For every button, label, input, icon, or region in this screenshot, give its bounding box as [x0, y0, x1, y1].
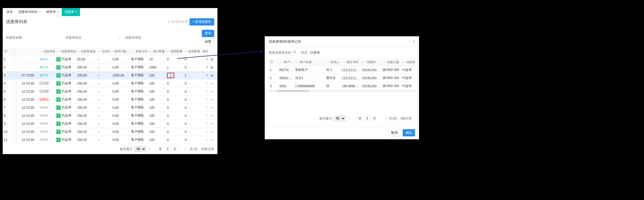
- sort-icon[interactable]: ▲▼: [148, 51, 152, 52]
- filter-status-select[interactable]: ⌄: [83, 36, 121, 40]
- qr-icon[interactable]: ⊞: [210, 57, 213, 61]
- table-row[interactable]: 614 23:59已终止代代金券150.00--0.00客户领取10000↗⊞: [3, 96, 217, 104]
- gear-icon[interactable]: [4, 49, 8, 53]
- sort-icon[interactable]: ▲▼: [56, 51, 61, 52]
- last-page-button[interactable]: ⇥: [183, 147, 188, 151]
- table-row[interactable]: 1014 23:59待发布代代金券150.00--0.00客户领取10000↗⊞: [3, 128, 217, 136]
- gear-icon[interactable]: [270, 60, 274, 64]
- qr-icon[interactable]: ⊞: [210, 74, 213, 77]
- sort-icon[interactable]: ▲▼: [166, 51, 170, 52]
- tab-优惠券详情页[interactable]: 优惠券详情页✕: [16, 8, 43, 16]
- share-icon[interactable]: ↗: [206, 114, 208, 118]
- qr-icon[interactable]: ⊞: [210, 114, 213, 118]
- share-icon[interactable]: ↗: [206, 122, 208, 126]
- search-icon[interactable]: [293, 50, 297, 55]
- page-input[interactable]: [164, 146, 172, 152]
- table-row[interactable]: 814 23:59待发布代代金券150.00--0.00客户领取10000↗⊞: [3, 112, 217, 120]
- qr-icon[interactable]: ⊞: [210, 98, 213, 101]
- share-icon[interactable]: ↗: [206, 138, 208, 142]
- table-row[interactable]: 307 23:59执行中代代金券200.00--1000.00客户领取10031…: [3, 71, 217, 79]
- row-checkbox[interactable]: [13, 138, 17, 141]
- horizontal-scrollbar[interactable]: [269, 90, 415, 92]
- close-icon[interactable]: ✕: [39, 10, 41, 13]
- row-checkbox[interactable]: [13, 65, 17, 68]
- table-row[interactable]: 1待执行代代金券50.00--0.00客户领取1000↗⊞: [3, 55, 217, 63]
- close-icon[interactable]: ✕: [57, 10, 59, 13]
- tab-优惠券[interactable]: 优惠券✕: [62, 8, 80, 16]
- share-icon[interactable]: ↗: [206, 74, 208, 77]
- row-checkbox[interactable]: [13, 73, 17, 77]
- sort-icon[interactable]: ▲▼: [326, 61, 330, 63]
- qr-icon[interactable]: ⊞: [210, 82, 213, 85]
- sort-icon[interactable]: ▲▼: [111, 51, 114, 52]
- sort-icon[interactable]: ▲▼: [382, 61, 387, 63]
- sort-icon[interactable]: ▲▼: [279, 61, 284, 63]
- table-row[interactable]: 1114 23:59待发布代代金券150.00--0.00客户领取10000↗⊞: [3, 136, 217, 144]
- table-row[interactable]: 3000117666666666张156 6666 ...2019120070.…: [269, 82, 415, 90]
- row-checkbox[interactable]: [13, 97, 17, 101]
- share-icon[interactable]: ↗: [206, 106, 208, 110]
- share-icon[interactable]: ↗: [206, 98, 208, 101]
- claim-count-link[interactable]: 1: [167, 66, 169, 69]
- first-page-button[interactable]: ⇤: [347, 117, 352, 120]
- close-icon[interactable]: ✕: [412, 40, 415, 43]
- sort-icon[interactable]: ▲▼: [76, 51, 80, 52]
- modal-search-input[interactable]: [269, 51, 293, 54]
- qr-icon[interactable]: ⊞: [210, 90, 213, 93]
- next-page-button[interactable]: ›: [178, 147, 181, 151]
- cancel-button[interactable]: 取消: [388, 129, 401, 136]
- row-checkbox[interactable]: [13, 114, 17, 117]
- next-page-button[interactable]: ›: [378, 117, 381, 120]
- row-checkbox[interactable]: [13, 122, 17, 125]
- table-row[interactable]: 1RETAIL...零散客户张三111111111112019120070...…: [269, 66, 415, 74]
- first-page-button[interactable]: ⇤: [148, 147, 152, 151]
- prev-page-button[interactable]: ‹: [154, 147, 157, 151]
- sort-icon[interactable]: ▲▼: [97, 51, 101, 52]
- share-icon[interactable]: ↗: [206, 130, 208, 134]
- modal-page-size-select[interactable]: 50: [334, 115, 345, 121]
- row-checkbox[interactable]: [13, 57, 17, 60]
- sort-icon[interactable]: ▲▼: [39, 51, 43, 52]
- issue-coupon-button[interactable]: ⊘ 发放优惠券: [167, 19, 188, 24]
- sort-icon[interactable]: ▲▼: [131, 51, 135, 52]
- qr-icon[interactable]: ⊞: [210, 106, 213, 110]
- claim-count-link[interactable]: 3: [167, 73, 174, 78]
- share-icon[interactable]: ↗: [206, 57, 208, 61]
- select-all-checkbox[interactable]: [13, 49, 17, 53]
- table-row[interactable]: 414 23:59已过期代代金券150.00--0.00客户领取10000↗⊞: [3, 79, 217, 88]
- qr-icon[interactable]: ⊞: [210, 130, 213, 134]
- table-row[interactable]: 200010001北京1唐先生111111111112019120070...满…: [269, 74, 415, 82]
- table-row[interactable]: 714 23:59待发布代代金券150.00--0.00客户领取10000↗⊞: [3, 104, 217, 112]
- sort-icon[interactable]: ▲▼: [295, 61, 299, 63]
- filter-name-input[interactable]: [24, 35, 61, 40]
- row-checkbox[interactable]: [13, 130, 17, 133]
- qr-icon[interactable]: ⊞: [210, 122, 213, 126]
- last-page-button[interactable]: ⇥: [383, 117, 387, 120]
- query-button[interactable]: 查询: [202, 30, 214, 37]
- row-checkbox[interactable]: [13, 81, 17, 85]
- sort-icon[interactable]: ▲▼: [402, 61, 406, 63]
- prev-page-button[interactable]: ‹: [354, 117, 357, 120]
- page-size-select[interactable]: 50: [134, 146, 146, 152]
- ok-button[interactable]: 确定: [403, 129, 415, 136]
- row-checkbox[interactable]: [13, 89, 17, 93]
- qr-icon[interactable]: ⊞: [210, 66, 213, 69]
- share-icon[interactable]: ↗: [206, 66, 208, 69]
- tab-首页[interactable]: 首页: [4, 8, 16, 16]
- sort-icon[interactable]: ▲▼: [184, 51, 188, 52]
- modal-page-input[interactable]: [363, 116, 371, 121]
- table-row[interactable]: 914 23:59待发布代代金券150.00--0.00客户领取10000↗⊞: [3, 120, 217, 128]
- sort-icon[interactable]: ▲▼: [342, 61, 346, 63]
- qr-icon[interactable]: ⊞: [210, 138, 213, 142]
- close-icon[interactable]: ✕: [75, 10, 77, 13]
- filter-type-select[interactable]: ⌄: [143, 36, 180, 40]
- share-icon[interactable]: ↗: [206, 82, 208, 85]
- tab-销货单[interactable]: 销货单✕: [43, 8, 62, 16]
- settings-button[interactable]: 设置: [202, 38, 214, 45]
- table-row[interactable]: 514 23:59已过期代代金券150.00--0.00客户领取10000↗⊞: [3, 88, 217, 96]
- share-icon[interactable]: ↗: [206, 90, 208, 93]
- modal-status-select[interactable]: 已使用 ⌄: [309, 50, 336, 56]
- row-checkbox[interactable]: [13, 106, 17, 109]
- add-coupon-button[interactable]: + 新增优惠券: [190, 18, 214, 26]
- sort-icon[interactable]: ▲▼: [362, 61, 366, 63]
